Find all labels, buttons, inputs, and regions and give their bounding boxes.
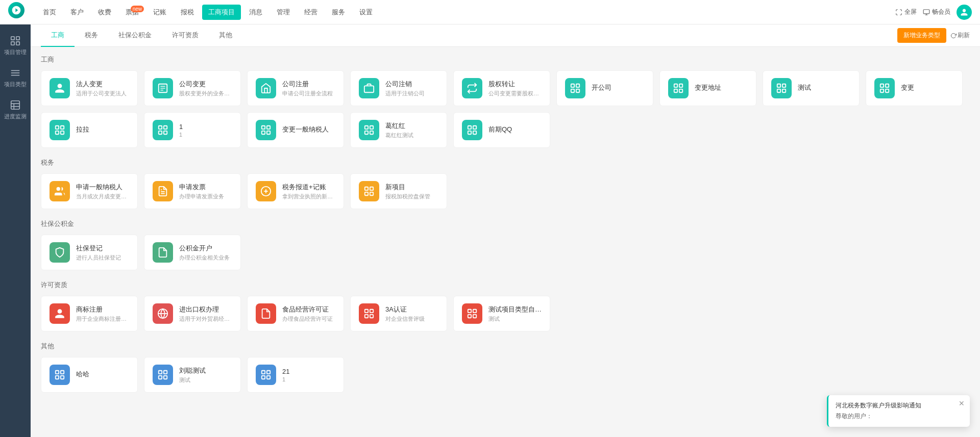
svg-rect-26 — [782, 84, 786, 87]
card-info: 股权转让 公司变更需要股权转让 — [488, 80, 542, 97]
card-desc: 股权变更外的业务变更 — [179, 90, 232, 97]
svg-rect-79 — [159, 376, 162, 379]
card-name: 变更一般纳税人 — [282, 125, 335, 134]
card-name: 申请一般纳税人 — [76, 183, 129, 192]
card-name: 前期QQ — [488, 125, 542, 134]
card-name: 21 — [282, 368, 335, 375]
member-btn[interactable]: 畅会员 — [923, 8, 950, 16]
svg-rect-70 — [473, 310, 476, 313]
card1-icon — [153, 120, 173, 140]
top-nav: 首页 客户 收费 票据 new 记账 报税 工商项目 消息 管理 经营 服务 设… — [0, 0, 980, 24]
card-test[interactable]: 测试 — [763, 70, 860, 106]
nav-tax[interactable]: 报税 — [175, 5, 200, 20]
card-equity-transfer[interactable]: 股权转让 公司变更需要股权转让 — [453, 70, 550, 106]
project-manage-icon — [8, 34, 22, 48]
tab-tax[interactable]: 税务 — [75, 24, 108, 47]
card-company-change[interactable]: 公司变更 股权变更外的业务变更 — [144, 70, 241, 106]
card-change-tax[interactable]: 变更一般纳税人 — [247, 112, 344, 148]
card-info: 申请一般纳税人 当月或次月成变更完成 — [76, 183, 129, 200]
nav-service[interactable]: 服务 — [326, 5, 351, 20]
card-company-register[interactable]: 公司注册 申请公司注册全流程 — [247, 70, 344, 106]
sidebar-progress[interactable]: 进度监测 — [0, 93, 31, 125]
card-info: 法人变更 适用于公司变更法人 — [76, 80, 129, 97]
card-social-register[interactable]: 社保登记 进行人员社保登记 — [41, 235, 138, 270]
tab-license[interactable]: 许可资质 — [162, 24, 209, 47]
svg-rect-44 — [267, 131, 270, 134]
card-apply-invoice[interactable]: 申请发票 办理申请发票业务 — [144, 173, 241, 209]
card-1[interactable]: 1 1 — [144, 112, 241, 148]
card-desc: 适用于注销公司 — [385, 90, 438, 97]
card-info: 商标注册 用于企业商标注册服务 — [76, 305, 129, 323]
card-desc: 葛红红测试 — [385, 132, 438, 139]
tax-cards: 申请一般纳税人 当月或次月成变更完成 申请发票 办理申请发票业务 — [41, 173, 970, 209]
card-trademark[interactable]: 商标注册 用于企业商标注册服务 — [41, 296, 138, 331]
card-company-cancel[interactable]: 公司注销 适用于注销公司 — [350, 70, 447, 106]
card-housing-fund[interactable]: 公积金开户 办理公积金相关业务 — [144, 235, 241, 270]
card-gehonghong[interactable]: 葛红红 葛红红测试 — [350, 112, 447, 148]
section-tax-title: 税务 — [41, 158, 970, 167]
progress-icon — [8, 98, 22, 112]
card-lala[interactable]: 拉拉 — [41, 112, 138, 148]
card-info: 刘聪测试 测试 — [179, 366, 232, 384]
nav-accounting[interactable]: 记账 — [147, 5, 173, 20]
nav-invoice[interactable]: 票据 new — [119, 5, 145, 20]
card-21[interactable]: 21 1 — [247, 357, 344, 393]
refresh-button[interactable]: 刷新 — [950, 31, 970, 40]
card-name: 申请发票 — [179, 183, 232, 192]
card-name: 公司注册 — [282, 80, 335, 89]
card-new-project[interactable]: 新项目 报税加税控盘保管 — [350, 173, 447, 209]
svg-rect-0 — [923, 9, 929, 13]
sidebar-project-manage[interactable]: 项目管理 — [0, 29, 31, 61]
card-liucong[interactable]: 刘聪测试 测试 — [144, 357, 241, 393]
svg-point-53 — [57, 187, 60, 191]
tab-business[interactable]: 工商 — [41, 24, 75, 47]
nav-settings[interactable]: 设置 — [353, 5, 379, 20]
company-register-icon — [256, 78, 276, 98]
card-test-type[interactable]: 测试项目类型自定义 测试 — [453, 296, 550, 331]
svg-rect-84 — [267, 376, 270, 379]
add-business-type-button[interactable]: 新增业务类型 — [897, 28, 946, 43]
card-change-address[interactable]: 变更地址 — [659, 70, 756, 106]
card-import-export[interactable]: 进出口权办理 适用于对外贸易经营者 — [144, 296, 241, 331]
svg-rect-29 — [880, 84, 884, 87]
nav-operation[interactable]: 经营 — [298, 5, 324, 20]
nav-home[interactable]: 首页 — [37, 5, 62, 20]
card-desc: 申请公司注册全流程 — [282, 90, 335, 97]
card-food-license[interactable]: 食品经营许可证 办理食品经营许可证 — [247, 296, 344, 331]
card-tax-report[interactable]: 税务报道+记账 拿到营业执照的新公司 — [247, 173, 344, 209]
svg-rect-62 — [370, 192, 373, 195]
avatar[interactable] — [957, 5, 972, 20]
svg-rect-80 — [164, 376, 167, 379]
svg-rect-32 — [886, 89, 889, 92]
card-change[interactable]: 变更 — [866, 70, 963, 106]
card-haha[interactable]: 哈哈 — [41, 357, 138, 393]
card-name: 拉拉 — [76, 125, 129, 134]
card-qianqi[interactable]: 前期QQ — [453, 112, 550, 148]
svg-rect-65 — [365, 310, 368, 313]
logo — [8, 2, 29, 22]
svg-rect-83 — [262, 376, 265, 379]
card-3a[interactable]: 3A认证 对企业信誉评级 — [350, 296, 447, 331]
nav-message[interactable]: 消息 — [243, 5, 268, 20]
card-legal-change[interactable]: 法人变更 适用于公司变更法人 — [41, 70, 138, 106]
fullscreen-btn[interactable]: 全屏 — [895, 8, 917, 16]
nav-business[interactable]: 工商项目 — [202, 5, 241, 20]
nav-manage[interactable]: 管理 — [271, 5, 296, 20]
nav-billing[interactable]: 收费 — [92, 5, 117, 20]
tab-social[interactable]: 社保公积金 — [108, 24, 162, 47]
sidebar-project-type[interactable]: 项目类型 — [0, 61, 31, 93]
section-license: 许可资质 商标注册 用于企业商标注册服务 — [41, 280, 970, 331]
card-apply-tax[interactable]: 申请一般纳税人 当月或次月成变更完成 — [41, 173, 138, 209]
svg-rect-3 — [11, 42, 14, 45]
notification-close-button[interactable]: ✕ — [959, 399, 965, 407]
card-open-company[interactable]: 开公司 — [556, 70, 653, 106]
card-name: 测试项目类型自定义 — [488, 305, 542, 314]
card-desc: 进行人员社保登记 — [76, 254, 129, 262]
tab-other[interactable]: 其他 — [209, 24, 242, 47]
card-name: 商标注册 — [76, 305, 129, 314]
legal-change-icon — [50, 78, 70, 98]
change-tax-icon — [256, 120, 276, 140]
notification-title: 河北税务数字账户升级影响通知 — [836, 401, 963, 410]
gehonghong-icon — [359, 120, 379, 140]
nav-client[interactable]: 客户 — [64, 5, 90, 20]
